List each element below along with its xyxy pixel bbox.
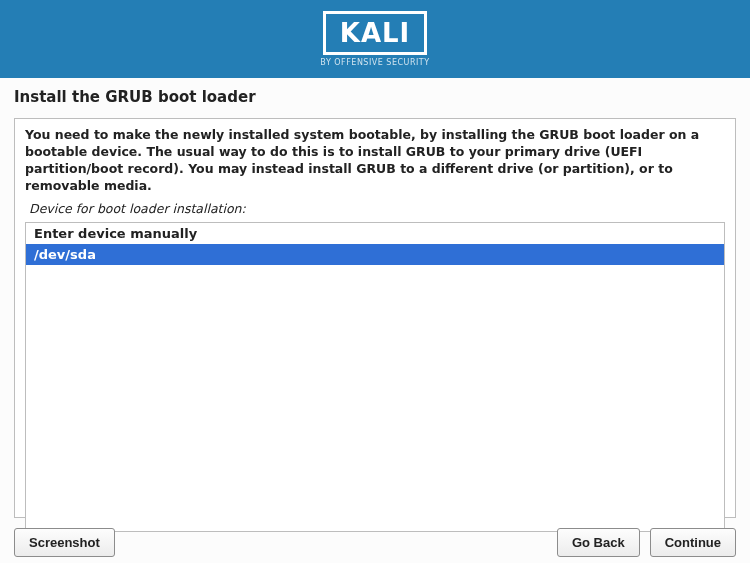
device-list[interactable]: Enter device manually /dev/sda (25, 222, 725, 532)
intro-text: You need to make the newly installed sys… (25, 127, 725, 195)
content-area: Install the GRUB boot loader You need to… (0, 78, 750, 518)
main-panel: You need to make the newly installed sys… (14, 118, 736, 518)
device-option-sda[interactable]: /dev/sda (26, 244, 724, 265)
installer-header: KALI BY OFFENSIVE SECURITY (0, 0, 750, 78)
footer-bar: Screenshot Go Back Continue (0, 518, 750, 563)
brand-name: KALI (340, 20, 411, 46)
device-label: Device for boot loader installation: (29, 201, 725, 216)
brand-sub: BY OFFENSIVE SECURITY (320, 58, 429, 67)
go-back-button[interactable]: Go Back (557, 528, 640, 557)
continue-button[interactable]: Continue (650, 528, 736, 557)
kali-logo: KALI (323, 11, 428, 55)
page-title: Install the GRUB boot loader (14, 88, 736, 106)
device-option-manual[interactable]: Enter device manually (26, 223, 724, 244)
screenshot-button[interactable]: Screenshot (14, 528, 115, 557)
